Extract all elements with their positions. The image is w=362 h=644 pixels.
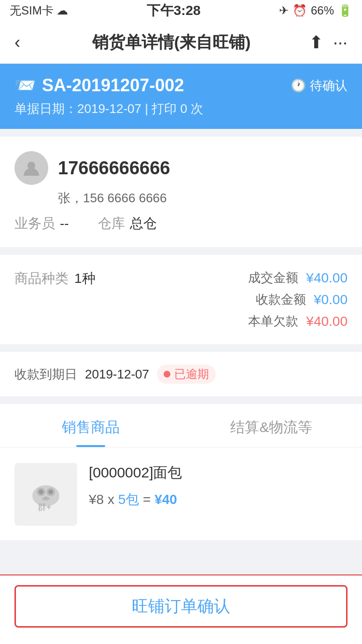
- salesperson-value: --: [60, 216, 69, 231]
- category-label: 商品种类: [14, 269, 69, 288]
- deal-label: 成交金额: [248, 269, 298, 286]
- order-header: 📨 SA-20191207-002 🕐 待确认 单据日期：2019-12-07 …: [0, 64, 362, 129]
- confirm-order-button[interactable]: 旺铺订单确认: [14, 585, 348, 628]
- product-thumbnail: 群+: [14, 463, 77, 526]
- overdue-text: 已逾期: [174, 366, 209, 382]
- tab-settlement[interactable]: 结算&物流等: [181, 404, 362, 447]
- more-icon[interactable]: ···: [333, 32, 348, 53]
- product-item: 群+ [0000002]面包 ¥8 x 5包 = ¥40: [14, 463, 348, 526]
- deal-amount-row: 成交金额 ¥40.00: [248, 269, 348, 286]
- status-bar: 无SIM卡 ☁ 下午3:28 ✈ ⏰ 66% 🔋: [0, 0, 362, 21]
- customer-row: 17666666666: [14, 151, 348, 185]
- avatar: [14, 151, 48, 185]
- category-value: 1种: [74, 269, 96, 288]
- deal-value: ¥40.00: [306, 270, 348, 286]
- tabs-row: 销售商品 结算&物流等: [0, 404, 362, 448]
- product-info: [0000002]面包 ¥8 x 5包 = ¥40: [89, 463, 348, 509]
- status-left: 无SIM卡 ☁: [10, 3, 68, 18]
- status-time: 下午3:28: [147, 1, 201, 20]
- price-quantity: 5包: [118, 492, 139, 507]
- received-label: 收款金额: [256, 291, 306, 308]
- order-icon: 📨: [14, 75, 36, 96]
- svg-point-4: [39, 490, 43, 494]
- amount-section: 商品种类 1种 成交金额 ¥40.00 收款金额 ¥0.00 本单欠款 ¥40.…: [0, 255, 362, 344]
- owed-value: ¥40.00: [306, 314, 348, 329]
- overdue-badge: 已逾期: [157, 364, 216, 384]
- status-text: 待确认: [310, 77, 348, 94]
- page-title: 销货单详情(来自旺铺): [43, 31, 299, 54]
- salesperson-label: 业务员: [14, 214, 55, 233]
- due-label: 收款到期日: [14, 366, 77, 383]
- order-date: 单据日期：2019-12-07 | 打印 0 次: [14, 100, 348, 117]
- sim-status: 无SIM卡 ☁: [10, 3, 68, 18]
- status-right: ✈ ⏰ 66% 🔋: [279, 4, 352, 17]
- owed-amount-row: 本单欠款 ¥40.00: [248, 313, 348, 330]
- order-status: 🕐 待确认: [291, 77, 348, 94]
- category-item: 商品种类 1种: [14, 269, 96, 288]
- status-clock-icon: 🕐: [291, 78, 306, 93]
- owed-label: 本单欠款: [248, 313, 298, 330]
- share-icon[interactable]: ⬆: [309, 32, 323, 53]
- customer-meta: 业务员 -- 仓库 总仓: [14, 214, 348, 233]
- received-value: ¥0.00: [314, 292, 348, 308]
- svg-point-5: [48, 490, 53, 494]
- price-separator: =: [139, 492, 154, 507]
- tab-sales-products[interactable]: 销售商品: [0, 404, 181, 447]
- product-name: [0000002]面包: [89, 463, 348, 483]
- order-id: 📨 SA-20191207-002: [14, 75, 184, 96]
- price-base: ¥8 x: [89, 492, 118, 507]
- received-amount-row: 收款金额 ¥0.00: [256, 291, 348, 308]
- warehouse-value: 总仓: [130, 214, 157, 233]
- warehouse-item: 仓库 总仓: [98, 214, 157, 233]
- due-date-value: 2019-12-07: [85, 367, 149, 382]
- order-id-row: 📨 SA-20191207-002 🕐 待确认: [14, 75, 348, 96]
- alarm-icon: ⏰: [292, 4, 307, 17]
- product-section: 群+ [0000002]面包 ¥8 x 5包 = ¥40: [0, 448, 362, 540]
- amount-right: 成交金额 ¥40.00 收款金额 ¥0.00 本单欠款 ¥40.00: [248, 269, 348, 330]
- customer-phone: 17666666666: [58, 158, 170, 179]
- amount-left: 商品种类 1种: [14, 269, 96, 288]
- customer-section: 17666666666 张，156 6666 6666 业务员 -- 仓库 总仓: [0, 137, 362, 247]
- customer-name: 张，156 6666 6666: [58, 190, 348, 207]
- salesperson-item: 业务员 --: [14, 214, 69, 233]
- nav-bar: ‹ 销货单详情(来自旺铺) ⬆ ···: [0, 21, 362, 64]
- price-total: ¥40: [154, 492, 177, 507]
- warehouse-label: 仓库: [98, 214, 125, 233]
- due-section: 收款到期日 2019-12-07 已逾期: [0, 352, 362, 396]
- overdue-dot-icon: [164, 371, 170, 378]
- nav-actions: ⬆ ···: [299, 32, 348, 53]
- svg-text:群+: 群+: [38, 503, 52, 511]
- product-price-row: ¥8 x 5包 = ¥40: [89, 490, 348, 509]
- order-id-text: SA-20191207-002: [42, 75, 184, 96]
- battery-level: 66%: [311, 4, 334, 17]
- back-button[interactable]: ‹: [14, 32, 43, 53]
- location-icon: ✈: [279, 4, 289, 17]
- battery-icon: 🔋: [338, 4, 352, 17]
- bottom-bar: 旺铺订单确认: [0, 574, 362, 644]
- tabs-section: 销售商品 结算&物流等 群+ [0000002]面包: [0, 404, 362, 540]
